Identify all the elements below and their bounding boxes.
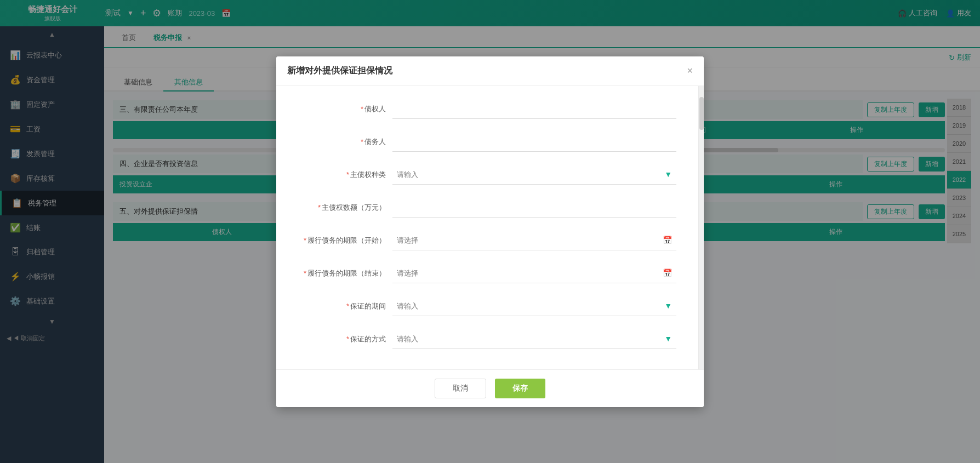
period-start-date[interactable]: 📅 [392,231,676,250]
modal: 新增对外提供保证担保情况 × *债权人 *债务人 [276,56,704,407]
modal-scroll-track[interactable] [698,86,704,369]
debt-type-input[interactable] [392,168,664,181]
form-row-guarantee-method: *保证的方式 ▼ [298,329,676,349]
debt-type-label: *主债权种类 [298,170,386,180]
debt-amount-input[interactable] [392,198,676,218]
period-end-date[interactable]: 📅 [392,264,676,283]
modal-close-button[interactable]: × [687,66,693,76]
period-end-input[interactable] [392,267,663,279]
modal-body: *债权人 *债务人 *主债权种类 [276,86,698,369]
period-end-label: *履行债务的期限（结束） [298,268,386,278]
guarantee-period-select[interactable]: ▼ [392,296,676,316]
form-row-guarantee-period: *保证的期间 ▼ [298,296,676,316]
form-row-debt-type: *主债权种类 ▼ [298,165,676,185]
cancel-button[interactable]: 取消 [435,379,486,398]
period-end-calendar-icon[interactable]: 📅 [663,268,676,277]
debtor-input[interactable] [392,132,676,152]
guarantee-method-label: *保证的方式 [298,334,386,344]
guarantee-method-select[interactable]: ▼ [392,329,676,349]
form-row-period-start: *履行债务的期限（开始） 📅 [298,231,676,250]
form-row-debt-amount: *主债权数额（万元） [298,198,676,218]
guarantee-method-input[interactable] [392,333,664,345]
form-row-debtor: *债务人 [298,132,676,152]
guarantee-method-arrow-icon: ▼ [664,334,676,343]
guarantee-period-arrow-icon: ▼ [664,301,676,310]
guarantee-period-input[interactable] [392,300,664,312]
modal-overlay[interactable]: 新增对外提供保证担保情况 × *债权人 *债务人 [0,0,980,463]
guarantee-period-label: *保证的期间 [298,301,386,311]
form-row-period-end: *履行债务的期限（结束） 📅 [298,264,676,283]
modal-scroll-thumb [699,97,704,130]
creditor-input[interactable] [392,99,676,119]
modal-content-wrapper: *债权人 *债务人 *主债权种类 [276,86,704,369]
modal-footer: 取消 保存 [276,369,704,407]
period-start-input[interactable] [392,234,663,247]
debtor-label: *债务人 [298,137,386,147]
debt-amount-label: *主债权数额（万元） [298,203,386,213]
modal-title: 新增对外提供保证担保情况 [287,65,392,77]
modal-header: 新增对外提供保证担保情况 × [276,56,704,86]
form-row-creditor: *债权人 [298,99,676,119]
save-button[interactable]: 保存 [495,379,545,398]
debt-type-select[interactable]: ▼ [392,165,676,185]
period-start-label: *履行债务的期限（开始） [298,236,386,245]
debt-type-arrow-icon: ▼ [664,170,676,179]
creditor-label: *债权人 [298,104,386,114]
period-start-calendar-icon[interactable]: 📅 [663,236,676,244]
